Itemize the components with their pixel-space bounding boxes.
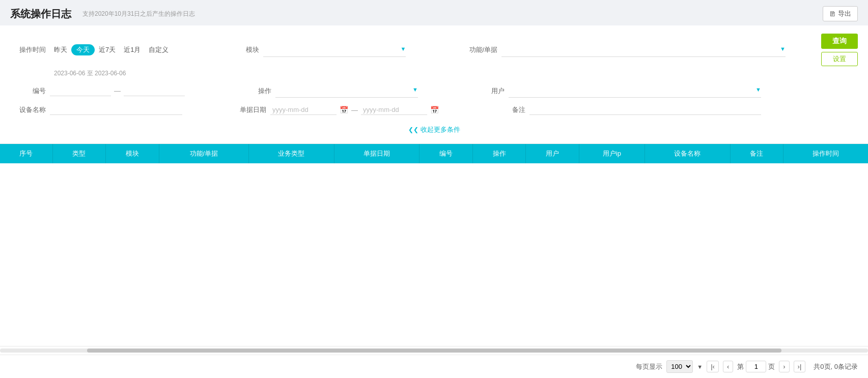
number-range: —	[50, 86, 185, 96]
user-value	[509, 84, 755, 95]
func-label: 功能/单据	[457, 45, 497, 54]
last7-btn[interactable]: 近7天	[95, 44, 120, 55]
remark-input[interactable]	[529, 105, 761, 115]
data-table: 序号类型模块功能/单据业务类型单据日期编号操作用户用户ip设备名称备注操作时间	[0, 144, 868, 163]
col-header: 操作	[472, 144, 525, 163]
user-select[interactable]: ▼	[509, 84, 761, 98]
filter-device-item: 设备名称	[10, 105, 182, 115]
calendar-end-icon[interactable]: 📅	[430, 106, 439, 114]
number-end-input[interactable]	[124, 86, 185, 96]
scroll-bar-area	[0, 346, 868, 355]
col-header: 序号	[0, 144, 52, 163]
col-header: 类型	[52, 144, 105, 163]
module-chevron-icon: ▼	[401, 46, 406, 52]
user-chevron-icon: ▼	[755, 86, 761, 93]
table-header: 序号类型模块功能/单据业务类型单据日期编号操作用户用户ip设备名称备注操作时间	[0, 144, 868, 163]
last-page-button[interactable]: ›|	[794, 361, 806, 372]
page-size-select[interactable]: 100 50 200	[666, 360, 693, 373]
col-header: 用户	[526, 144, 579, 163]
page-subtitle: 支持2020年10月31日之后产生的操作日志	[82, 10, 195, 18]
filter-docdate-item: 单据日期 📅 — 📅	[233, 105, 439, 115]
chevron-down-icon: ▼	[697, 364, 703, 370]
number-label: 编号	[10, 86, 46, 96]
module-select[interactable]: ▼	[263, 43, 406, 57]
filter-number-item: 编号 —	[10, 86, 185, 96]
filter-user-item: 用户 ▼	[469, 84, 761, 98]
device-input[interactable]	[50, 105, 182, 115]
prev-page-button[interactable]: ‹	[723, 361, 733, 372]
doc-date-label: 单据日期	[233, 105, 266, 114]
col-header: 设备名称	[645, 144, 730, 163]
operation-value	[275, 84, 412, 95]
func-select[interactable]: ▼	[501, 43, 786, 57]
col-header: 用户ip	[579, 144, 645, 163]
horizontal-scrollbar[interactable]	[0, 348, 868, 353]
device-label: 设备名称	[10, 105, 46, 114]
user-label: 用户	[469, 86, 505, 96]
filter-func-item: 功能/单据 ▼	[457, 43, 786, 57]
collapse-label: 收起更多条件	[421, 125, 460, 134]
filter-operation-item: 操作 ▼	[236, 84, 418, 98]
filter-area: 操作时间 昨天 今天 近7天 近1月 自定义 模块 ▼ 功能/单据	[0, 25, 868, 144]
col-header: 功能/单据	[159, 144, 248, 163]
doc-date-end-input[interactable]	[361, 105, 427, 115]
date-range-text: 2023-06-06 至 2023-06-06	[54, 70, 126, 77]
doc-date-range: 📅 — 📅	[270, 105, 439, 115]
remark-label: 备注	[490, 105, 525, 114]
yesterday-btn[interactable]: 昨天	[50, 44, 71, 55]
number-dash: —	[114, 87, 121, 95]
col-header: 单据日期	[334, 144, 419, 163]
operation-select[interactable]: ▼	[275, 84, 418, 98]
total-info: 共0页, 0条记录	[814, 362, 858, 371]
page-header: 系统操作日志 支持2020年10月31日之后产生的操作日志 🖹 导出	[0, 0, 868, 25]
page-label-suf: 页	[768, 362, 775, 371]
col-header: 操作时间	[783, 144, 868, 163]
query-button[interactable]: 查询	[821, 34, 858, 49]
export-label: 导出	[838, 9, 851, 18]
module-value	[263, 43, 400, 54]
header-row: 序号类型模块功能/单据业务类型单据日期编号操作用户用户ip设备名称备注操作时间	[0, 144, 868, 163]
page-title: 系统操作日志	[10, 7, 71, 21]
filter-time-item: 操作时间 昨天 今天 近7天 近1月 自定义	[10, 44, 173, 55]
custom-btn[interactable]: 自定义	[145, 44, 173, 55]
func-value	[501, 43, 780, 54]
filter-remark-item: 备注	[490, 105, 761, 115]
col-header: 模块	[106, 144, 159, 163]
col-header: 业务类型	[249, 144, 334, 163]
col-header: 备注	[730, 144, 783, 163]
time-filter-group: 昨天 今天 近7天 近1月 自定义	[50, 44, 173, 55]
pagination-bar: 每页显示 100 50 200 ▼ |‹ ‹ 第 页 › ›| 共0页, 0条记…	[0, 355, 868, 378]
filter-module-item: 模块 ▼	[223, 43, 406, 57]
func-chevron-icon: ▼	[780, 46, 786, 52]
col-header: 编号	[419, 144, 472, 163]
settings-button[interactable]: 设置	[821, 52, 858, 66]
page-size-label: 每页显示	[636, 362, 662, 371]
doc-date-dash: —	[351, 106, 358, 114]
action-buttons: 查询 设置	[821, 34, 858, 66]
table-container: 序号类型模块功能/单据业务类型单据日期编号操作用户用户ip设备名称备注操作时间	[0, 144, 868, 346]
filter-row-1: 操作时间 昨天 今天 近7天 近1月 自定义 模块 ▼ 功能/单据	[10, 34, 858, 66]
operation-label: 操作	[236, 86, 271, 96]
filter-row-2: 编号 — 操作 ▼ 用户 ▼	[10, 84, 858, 98]
time-label: 操作时间	[10, 45, 46, 54]
next-page-button[interactable]: ›	[779, 361, 789, 372]
today-btn[interactable]: 今天	[71, 44, 95, 55]
module-label: 模块	[223, 45, 259, 54]
calendar-start-icon[interactable]: 📅	[340, 106, 348, 114]
header-left: 系统操作日志 支持2020年10月31日之后产生的操作日志	[10, 7, 195, 21]
date-range-display: 2023-06-06 至 2023-06-06	[50, 69, 858, 78]
collapse-button[interactable]: ❮❮ 收起更多条件	[408, 125, 460, 134]
doc-date-start-input[interactable]	[270, 105, 337, 115]
operation-chevron-icon: ▼	[412, 86, 418, 93]
filter-row-3: 设备名称 单据日期 📅 — 📅 备注	[10, 105, 858, 115]
export-icon: 🖹	[829, 10, 836, 18]
page-label-pre: 第	[737, 362, 744, 371]
last1month-btn[interactable]: 近1月	[120, 44, 145, 55]
first-page-button[interactable]: |‹	[707, 361, 719, 372]
export-button[interactable]: 🖹 导出	[823, 6, 858, 21]
collapse-up-icon: ❮❮	[408, 126, 418, 133]
number-start-input[interactable]	[50, 86, 111, 96]
page-number-input[interactable]	[746, 361, 766, 372]
page-info: 第 页	[737, 361, 775, 372]
scrollbar-thumb	[87, 348, 781, 353]
